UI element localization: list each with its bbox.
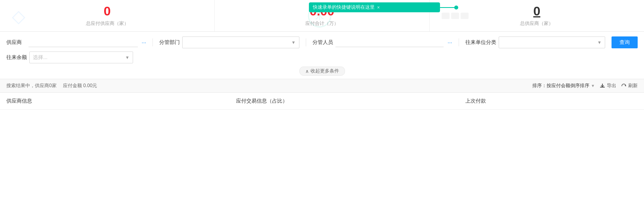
department-chevron: ▼ xyxy=(292,40,296,45)
supplier-label: 供应商 xyxy=(6,39,26,46)
person-filter: 分管人员 ··· xyxy=(312,38,452,47)
filter-row-2: 往来余额 选择... ▼ xyxy=(6,51,133,63)
refresh-btn[interactable]: 刷新 xyxy=(621,82,638,89)
collapse-row: ∧ 收起更多条件 xyxy=(6,67,638,76)
person-label: 分管人员 xyxy=(312,39,333,46)
sort-chevron: ▼ xyxy=(591,84,595,88)
person-input[interactable] xyxy=(335,38,444,47)
results-summary: 搜索结果中，供应商0家 应付金额 0.00元 xyxy=(6,82,97,89)
stats-bar: ◇ 0 总应付供应商（家） 米 0.00 应付合计（万） 快速录单的快捷键说明在… xyxy=(0,0,644,32)
supplier-bg-icon: ◇ xyxy=(12,6,25,26)
department-filter: 分管部门 ▼ xyxy=(159,36,299,48)
stat-total-suppliers: 0 总供应商（家） xyxy=(430,0,644,31)
summary-amount: 应付金额 0.00元 xyxy=(63,82,97,89)
category-label: 往来单位分类 xyxy=(465,39,496,46)
svg-marker-4 xyxy=(625,85,626,86)
person-dots-btn[interactable]: ··· xyxy=(448,39,452,46)
supplier-filter: 供应商 ··· xyxy=(6,38,146,47)
collapse-icon: ∧ xyxy=(305,69,309,74)
collapse-label: 收起更多条件 xyxy=(311,68,339,74)
collapse-btn[interactable]: ∧ 收起更多条件 xyxy=(299,67,345,76)
export-label: 导出 xyxy=(607,82,616,89)
balance-chevron: ▼ xyxy=(125,55,130,60)
svg-rect-3 xyxy=(602,84,603,86)
balance-placeholder: 选择... xyxy=(33,54,48,61)
col-supplier-header: 供应商信息 xyxy=(6,97,236,105)
refresh-icon xyxy=(621,83,627,89)
divider-3 xyxy=(459,38,459,46)
stat-total-payable-suppliers: ◇ 0 总应付供应商（家） xyxy=(0,0,215,31)
table-body xyxy=(0,110,644,204)
col-payable-header: 应付交易信息（占比） xyxy=(236,97,466,105)
results-bar: 搜索结果中，供应商0家 应付金额 0.00元 排序：按应付会额倒序排序 ▼ 导出… xyxy=(0,79,644,93)
tooltip-close-btn[interactable]: × xyxy=(377,5,380,10)
export-icon xyxy=(600,83,605,89)
results-actions: 排序：按应付会额倒序排序 ▼ 导出 刷新 xyxy=(532,82,638,89)
balance-filter: 往来余额 选择... ▼ xyxy=(6,51,133,63)
total-suppliers-label: 总供应商（家） xyxy=(520,20,553,27)
stat-payable-total: 米 0.00 应付合计（万） 快速录单的快捷键说明在这里 × xyxy=(215,0,429,31)
supplier-dots-btn[interactable]: ··· xyxy=(142,39,147,46)
sort-label: 排序：按应付会额倒序排序 xyxy=(532,82,589,89)
tooltip-dot xyxy=(454,6,458,10)
category-chevron: ▼ xyxy=(597,40,602,45)
filter-section: 供应商 ··· 分管部门 ▼ 分管人员 ··· 往来单位分类 ▼ xyxy=(0,32,644,79)
category-select[interactable]: ▼ xyxy=(499,36,605,48)
svg-text:米: 米 xyxy=(315,11,324,21)
total-payable-suppliers-number: 0 xyxy=(104,4,111,18)
export-btn[interactable]: 导出 xyxy=(600,82,616,89)
tooltip-text: 快速录单的快捷键说明在这里 xyxy=(313,4,375,11)
query-button[interactable]: 查询 xyxy=(612,36,638,48)
col-lastpay-header: 上次付款 xyxy=(465,97,638,105)
category-filter: 往来单位分类 ▼ xyxy=(465,36,605,48)
total-suppliers-number: 0 xyxy=(533,4,540,18)
placeholder-boxes xyxy=(442,13,469,19)
divider-1 xyxy=(152,38,153,46)
table-header: 供应商信息 应付交易信息（占比） 上次付款 xyxy=(0,93,644,110)
filter-row-1: 供应商 ··· 分管部门 ▼ 分管人员 ··· 往来单位分类 ▼ xyxy=(6,36,638,48)
quick-entry-tooltip: 快速录单的快捷键说明在这里 × xyxy=(309,2,440,12)
divider-2 xyxy=(306,38,306,46)
total-payable-suppliers-label: 总应付供应商（家） xyxy=(86,20,129,27)
balance-select[interactable]: 选择... ▼ xyxy=(29,51,133,63)
refresh-label: 刷新 xyxy=(628,82,638,89)
supplier-input[interactable] xyxy=(29,38,138,47)
balance-label: 往来余额 xyxy=(6,54,27,61)
sort-selector[interactable]: 排序：按应付会额倒序排序 ▼ xyxy=(532,82,595,89)
department-label: 分管部门 xyxy=(159,39,180,46)
department-select[interactable]: ▼ xyxy=(182,36,299,48)
summary-supplier: 搜索结果中，供应商0家 xyxy=(6,82,57,89)
